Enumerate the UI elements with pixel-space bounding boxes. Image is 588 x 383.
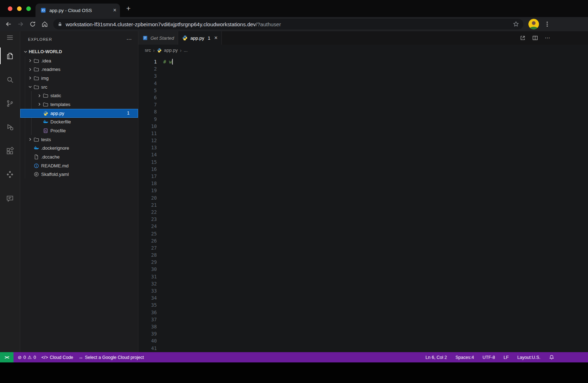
back-icon[interactable] bbox=[5, 21, 12, 28]
tree-item--dockerignore[interactable]: .dockerignore bbox=[20, 144, 138, 153]
heroku-icon bbox=[43, 128, 49, 134]
breadcrumb-separator-icon: › bbox=[180, 48, 182, 53]
browser-toolbar: workstation-lf31smn4.cluster-zpbeimon7vd… bbox=[0, 17, 588, 31]
tree-item--dccache[interactable]: .dccache bbox=[20, 152, 138, 161]
address-bar[interactable]: workstation-lf31smn4.cluster-zpbeimon7vd… bbox=[53, 19, 523, 29]
line-number: 7 bbox=[138, 101, 157, 108]
tree-item-readme-md[interactable]: README.md bbox=[20, 161, 138, 170]
line-number: 23 bbox=[138, 216, 157, 223]
chevron-right-icon bbox=[36, 93, 43, 99]
activity-feedback[interactable] bbox=[0, 187, 20, 210]
browser-tab[interactable]: app.py - Cloud OSS × bbox=[35, 4, 120, 17]
forward-icon[interactable] bbox=[17, 21, 24, 28]
tree-item-label: .dockerignore bbox=[41, 145, 69, 151]
explorer-header: EXPLORER ⋯ bbox=[20, 31, 138, 48]
line-number: 10 bbox=[138, 123, 157, 130]
tree-root-hello-world[interactable]: HELLO-WORLD bbox=[20, 48, 138, 56]
activity-bar bbox=[0, 31, 20, 352]
cursor-position-status[interactable]: Ln 6, Col 2 bbox=[425, 355, 447, 360]
split-editor-icon[interactable] bbox=[532, 35, 538, 41]
close-window-button[interactable] bbox=[8, 6, 12, 11]
maximize-window-button[interactable] bbox=[26, 6, 31, 11]
activity-search[interactable] bbox=[0, 68, 20, 91]
activity-menu[interactable] bbox=[0, 31, 20, 44]
chevron-placeholder bbox=[36, 110, 43, 116]
breadcrumb-file[interactable]: app.py bbox=[164, 48, 178, 53]
desktop-background bbox=[0, 362, 588, 383]
chevron-placeholder bbox=[27, 145, 33, 151]
python-icon bbox=[43, 110, 49, 116]
tab-app-py[interactable]: app.py 1 × bbox=[178, 31, 222, 45]
keyboard-layout-status[interactable]: Layout:U.S. bbox=[517, 355, 540, 360]
encoding-status[interactable]: UTF-8 bbox=[483, 355, 495, 360]
chevron-placeholder bbox=[27, 163, 33, 168]
browser-tab-strip: app.py - Cloud OSS × + bbox=[0, 0, 588, 17]
notifications-bell-icon[interactable] bbox=[549, 355, 554, 360]
open-preview-icon[interactable] bbox=[520, 35, 526, 41]
tree-item-procfile[interactable]: Procfile bbox=[20, 126, 138, 135]
tree-item-skaffold-yaml[interactable]: Skaffold.yaml bbox=[20, 170, 138, 179]
tree-item-dockerfile[interactable]: Dockerfile bbox=[20, 118, 138, 127]
line-number: 34 bbox=[138, 294, 157, 301]
files-icon bbox=[6, 52, 14, 60]
breadcrumb-symbol[interactable]: ... bbox=[184, 48, 188, 53]
indentation-status[interactable]: Spaces:4 bbox=[456, 355, 474, 360]
minimize-window-button[interactable] bbox=[17, 6, 22, 11]
remote-indicator[interactable]: >< bbox=[0, 352, 13, 362]
code-line-1[interactable]: # w bbox=[163, 58, 588, 65]
explorer-title: EXPLORER bbox=[28, 37, 52, 41]
line-number: 19 bbox=[138, 187, 157, 194]
tree-item-label: tests bbox=[41, 137, 51, 142]
explorer-more-actions-icon[interactable]: ⋯ bbox=[126, 36, 132, 43]
tab-get-started[interactable]: Get Started bbox=[138, 31, 178, 45]
eol-status[interactable]: LF bbox=[504, 355, 509, 360]
tree-item-app-py[interactable]: app.py1 bbox=[20, 109, 138, 118]
line-number: 31 bbox=[138, 273, 157, 280]
line-number: 35 bbox=[138, 301, 157, 309]
line-number: 16 bbox=[138, 166, 157, 173]
activity-extensions[interactable] bbox=[0, 139, 20, 163]
activity-cloud-code[interactable] bbox=[0, 163, 20, 187]
explorer-sidebar: EXPLORER ⋯ HELLO-WORLD .idea.readmesimgs… bbox=[20, 31, 138, 352]
activity-explorer[interactable] bbox=[0, 44, 20, 68]
tree-item-tests[interactable]: tests bbox=[20, 135, 138, 144]
activity-source-control[interactable] bbox=[0, 91, 20, 115]
status-bar: >< ⊘ 0 ⚠ 0 </> Cloud Code ↔ Select a Goo… bbox=[0, 352, 588, 362]
reload-icon[interactable] bbox=[29, 21, 36, 28]
tree-item--readmes[interactable]: .readmes bbox=[20, 65, 138, 74]
url-text: workstation-lf31smn4.cluster-zpbeimon7vd… bbox=[66, 21, 510, 27]
line-number: 15 bbox=[138, 159, 157, 166]
problems-indicator[interactable]: ⊘ 0 ⚠ 0 bbox=[18, 355, 36, 360]
home-icon[interactable] bbox=[41, 21, 48, 28]
tree-item-static[interactable]: static bbox=[20, 91, 138, 100]
close-tab-icon[interactable]: × bbox=[214, 35, 218, 41]
docker-icon bbox=[43, 119, 49, 125]
line-number: 39 bbox=[138, 330, 157, 337]
chevron-placeholder bbox=[36, 128, 43, 134]
more-actions-icon[interactable]: ⋯ bbox=[545, 35, 550, 41]
bookmark-star-icon[interactable] bbox=[513, 21, 519, 27]
folder-icon bbox=[43, 101, 49, 107]
browser-menu-icon[interactable] bbox=[544, 21, 550, 27]
line-number-gutter: 1234567891011121314151617181920212223242… bbox=[138, 58, 157, 352]
avatar[interactable] bbox=[528, 19, 539, 29]
warning-count: 0 bbox=[34, 355, 36, 360]
vscode-workbench: EXPLORER ⋯ HELLO-WORLD .idea.readmesimgs… bbox=[0, 31, 588, 352]
chevron-right-icon bbox=[27, 67, 33, 72]
activity-run-debug[interactable] bbox=[0, 115, 20, 139]
cloud-code-status[interactable]: </> Cloud Code bbox=[41, 355, 73, 360]
tree-item-label: Dockerfile bbox=[50, 119, 71, 124]
tree-item-src[interactable]: src bbox=[20, 83, 138, 91]
browser-tab-close-icon[interactable]: × bbox=[113, 7, 116, 13]
gcp-project-selector[interactable]: ↔ Select a Google Cloud project bbox=[78, 355, 144, 360]
tree-item--idea[interactable]: .idea bbox=[20, 56, 138, 65]
code-editor[interactable]: 1234567891011121314151617181920212223242… bbox=[138, 56, 588, 352]
breadcrumb-src[interactable]: src bbox=[145, 48, 151, 53]
python-icon bbox=[157, 48, 162, 53]
line-number: 38 bbox=[138, 323, 157, 330]
python-icon bbox=[182, 35, 188, 41]
tree-item-templates[interactable]: templates bbox=[20, 100, 138, 109]
new-tab-button[interactable]: + bbox=[124, 4, 133, 13]
breadcrumb: src › app.py › ... bbox=[138, 45, 588, 56]
tree-item-img[interactable]: img bbox=[20, 74, 138, 83]
